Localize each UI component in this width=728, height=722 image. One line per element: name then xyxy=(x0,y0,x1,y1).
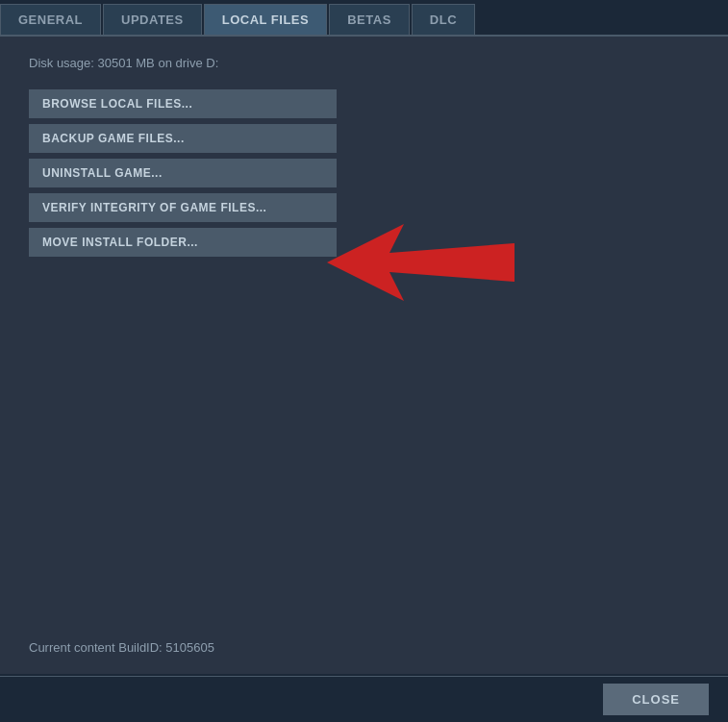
verify-integrity-button[interactable]: VERIFY INTEGRITY OF GAME FILES... xyxy=(29,193,337,222)
move-install-folder-button[interactable]: MOVE INSTALL FOLDER... xyxy=(29,228,337,257)
build-info-label: Current content BuildID: 5105605 xyxy=(29,640,214,655)
action-buttons-container: BROWSE LOCAL FILES... BACKUP GAME FILES.… xyxy=(29,89,337,257)
disk-usage-label: Disk usage: 30501 MB on drive D: xyxy=(29,56,699,70)
uninstall-game-button[interactable]: UNINSTALL GAME... xyxy=(29,159,337,187)
svg-marker-0 xyxy=(327,224,515,301)
arrow-annotation xyxy=(327,214,519,311)
content-area: Disk usage: 30501 MB on drive D: BROWSE … xyxy=(0,37,728,674)
close-button[interactable]: CLOSE xyxy=(603,684,709,715)
tab-betas[interactable]: BETAS xyxy=(329,4,410,35)
backup-game-files-button[interactable]: BACKUP GAME FILES... xyxy=(29,124,337,153)
footer-bar: CLOSE xyxy=(0,676,728,722)
tab-general[interactable]: GENERAL xyxy=(0,4,101,35)
tab-updates[interactable]: UPDATES xyxy=(103,4,202,35)
tab-local-files[interactable]: LOCAL FILES xyxy=(204,4,327,35)
browse-local-files-button[interactable]: BROWSE LOCAL FILES... xyxy=(29,89,337,118)
tab-bar: GENERAL UPDATES LOCAL FILES BETAS DLC xyxy=(0,0,728,37)
tab-dlc[interactable]: DLC xyxy=(412,4,475,35)
